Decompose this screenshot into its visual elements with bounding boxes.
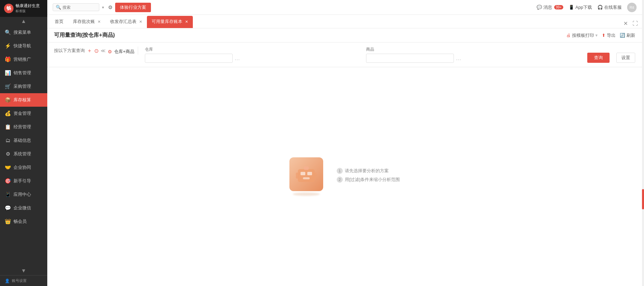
svg-rect-5 xyxy=(296,173,299,179)
refresh-button[interactable]: 🔄 刷新 xyxy=(620,32,635,38)
tab-batch-close-icon[interactable]: ✕ xyxy=(98,20,101,24)
app-download-label: App下载 xyxy=(575,4,592,10)
sidebar-label-member: 畅会员 xyxy=(14,218,27,225)
goods-filter-field: 商品 … xyxy=(366,47,581,63)
sidebar-header: 畅 畅康通好生意 标准版 xyxy=(0,0,47,17)
filter-right: 仓库 … 商品 … 查询 设置 xyxy=(138,47,635,63)
refresh-icon: 🔄 xyxy=(620,33,625,38)
hint2-num: 2 xyxy=(337,177,343,183)
sidebar-scroll-down[interactable]: ▼ xyxy=(0,266,47,275)
inventory-icon: 📦 xyxy=(5,97,11,103)
tab-summary[interactable]: 收发存汇总表 ✕ xyxy=(105,16,147,28)
operation-icon: 📋 xyxy=(5,124,11,130)
column-settings-button[interactable]: 设置 xyxy=(616,53,635,63)
tab-available[interactable]: 可用量库存账本 ✕ xyxy=(147,16,193,28)
empty-robot-icon xyxy=(289,157,323,191)
goods-label: 商品 xyxy=(366,47,581,52)
scheme-item-label: 仓库+商品 xyxy=(114,49,134,55)
sidebar-item-finance[interactable]: 💰 资金管理 xyxy=(0,107,47,120)
print-icon: 🖨 xyxy=(566,33,571,38)
sidebar-item-inventory[interactable]: 📦 库存核算 xyxy=(0,93,47,107)
sidebar-item-search[interactable]: 🔍 搜索菜单 xyxy=(0,26,47,39)
warehouse-label: 仓库 xyxy=(145,47,359,52)
sidebar-item-member[interactable]: 👑 畅会员 xyxy=(0,215,47,228)
sidebar-item-newbie[interactable]: 🎯 新手引导 xyxy=(0,174,47,188)
sidebar-item-system[interactable]: ⚙ 系统管理 xyxy=(0,147,47,161)
warehouse-input[interactable] xyxy=(145,54,233,63)
goods-input[interactable] xyxy=(366,54,454,63)
tab-close-all-button[interactable]: ✕ xyxy=(622,20,629,27)
sidebar-label-wechat: 企业微信 xyxy=(14,205,31,211)
message-icon-item[interactable]: 💬 消息 99+ xyxy=(537,4,563,10)
warehouse-input-row: … xyxy=(145,54,359,63)
mobile-icon: 📱 xyxy=(569,5,574,10)
tab-batch[interactable]: 库存批次账 ✕ xyxy=(68,16,105,28)
hint1-num: 1 xyxy=(337,168,343,174)
sidebar-item-operation[interactable]: 📋 经营管理 xyxy=(0,120,47,134)
tab-available-close-icon[interactable]: ✕ xyxy=(185,20,188,24)
sidebar-item-purchase[interactable]: 🛒 采购管理 xyxy=(0,80,47,93)
warehouse-more-icon[interactable]: … xyxy=(235,55,240,61)
print-dropdown-icon[interactable]: ▾ xyxy=(595,33,598,38)
app-download-item[interactable]: 📱 App下载 xyxy=(569,4,592,10)
right-scrollbar-thumb[interactable] xyxy=(642,189,644,209)
search-input[interactable] xyxy=(62,5,96,10)
tab-summary-close-icon[interactable]: ✕ xyxy=(139,20,142,24)
tab-summary-label: 收发存汇总表 xyxy=(110,19,136,25)
goods-more-icon[interactable]: … xyxy=(456,55,461,61)
message-badge: 99+ xyxy=(554,5,563,9)
export-button[interactable]: ⬆ 导出 xyxy=(602,32,616,38)
topbar-right: 💬 消息 99+ 📱 App下载 🎧 在线客服 Rit xyxy=(537,3,637,12)
message-label: 消息 xyxy=(543,4,552,10)
search-chevron-icon[interactable]: ▾ xyxy=(102,5,104,10)
sidebar-item-appcenter[interactable]: 📱 应用中心 xyxy=(0,188,47,201)
sidebar-item-shortcut[interactable]: ⚡ 快捷导航 xyxy=(0,39,47,53)
query-button[interactable]: 查询 xyxy=(587,53,610,63)
industry-solution-button[interactable]: 体验行业方案 xyxy=(115,3,151,12)
sidebar-item-sales[interactable]: 📊 销售管理 xyxy=(0,66,47,80)
page-header: 可用量查询(按仓库+商品) 🖨 按模板打印 ▾ ⬆ 导出 🔄 刷新 xyxy=(47,28,642,43)
tab-maximize-button[interactable]: ⛶ xyxy=(631,21,639,27)
scheme-item-row[interactable]: ⚙ 仓库+商品 xyxy=(108,49,134,55)
enterprise-icon: 🤝 xyxy=(5,164,11,171)
scheme-settings-icon[interactable]: ⊙ xyxy=(94,48,99,54)
sidebar-label-appcenter: 应用中心 xyxy=(14,191,31,198)
print-label: 按模板打印 xyxy=(572,32,594,38)
filter-left: 按以下方案查询 ＋ ⊙ ≪ ⚙ 仓库+商品 xyxy=(54,47,138,55)
add-scheme-icon[interactable]: ＋ xyxy=(87,47,92,54)
empty-illustration xyxy=(289,157,323,196)
topbar: 🔍 ▾ ⚙ 体验行业方案 💬 消息 99+ 📱 App下载 🎧 在线客服 Rit xyxy=(47,0,642,15)
avatar[interactable]: Rit xyxy=(627,3,637,12)
tab-available-label: 可用量库存账本 xyxy=(152,19,182,25)
export-label: 导出 xyxy=(607,32,616,38)
right-scrollbar[interactable] xyxy=(642,0,644,286)
marketing-icon: 🎁 xyxy=(5,56,11,62)
collapse-panel-icon[interactable]: ≪ xyxy=(101,48,106,53)
online-service-item[interactable]: 🎧 在线客服 xyxy=(597,4,622,10)
print-button[interactable]: 🖨 按模板打印 ▾ xyxy=(566,32,598,38)
settings-gear-icon[interactable]: ⚙ xyxy=(108,4,112,10)
message-icon: 💬 xyxy=(537,5,542,10)
sidebar-label-operation: 经营管理 xyxy=(14,124,31,130)
sidebar-item-marketing[interactable]: 🎁 营销推广 xyxy=(0,53,47,66)
svg-rect-1 xyxy=(301,172,305,175)
appcenter-icon: 📱 xyxy=(5,191,11,198)
service-icon: 🎧 xyxy=(597,5,603,10)
topbar-search-box[interactable]: 🔍 xyxy=(53,3,99,11)
sidebar-bottom: 👤账号设置 xyxy=(0,275,47,286)
svg-rect-0 xyxy=(298,169,315,182)
sidebar-nav: 🔍 搜索菜单⚡ 快捷导航🎁 营销推广📊 销售管理🛒 采购管理📦 库存核算💰 资金… xyxy=(0,26,47,266)
tabbar: 首页 库存批次账 ✕ 收发存汇总表 ✕ 可用量库存账本 ✕ ✕ ⛶ xyxy=(47,15,642,28)
sidebar-label-search: 搜索菜单 xyxy=(14,29,31,35)
sidebar-item-wechat[interactable]: 💬 企业微信 xyxy=(0,201,47,215)
svg-rect-6 xyxy=(314,173,317,179)
filter-area: 按以下方案查询 ＋ ⊙ ≪ ⚙ 仓库+商品 仓库 … 商品 xyxy=(47,43,642,67)
tab-home[interactable]: 首页 xyxy=(50,16,68,28)
hint-1: 1 请先选择要分析的方案 xyxy=(337,168,400,174)
sidebar-label-finance: 资金管理 xyxy=(14,110,31,116)
sidebar-scroll-up[interactable]: ▲ xyxy=(0,17,47,26)
brand-logo: 畅 xyxy=(4,4,14,13)
avatar-text: Rit xyxy=(629,5,634,9)
sidebar-item-enterprise[interactable]: 🤝 企业协同 xyxy=(0,161,47,174)
sidebar-item-basic[interactable]: 🗂 基础信息 xyxy=(0,134,47,147)
